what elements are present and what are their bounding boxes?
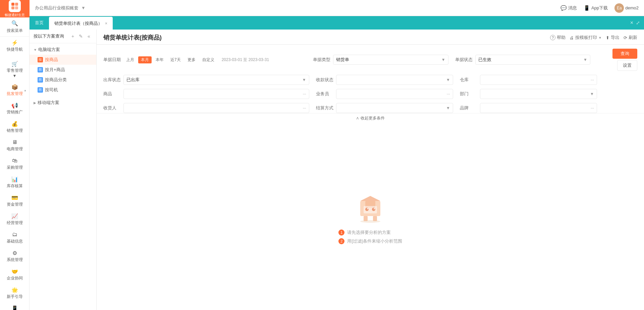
add-scheme-button[interactable]: + (69, 33, 76, 40)
settlement-arrow: ▼ (446, 106, 450, 110)
left-panel-title: 按以下方案查询 (34, 33, 64, 39)
scheme-by-month-product[interactable]: 图 按月+商品 (30, 65, 96, 75)
appstore-icon: 📱 (11, 305, 18, 310)
sidebar-item-ecommerce[interactable]: 🖥 电商管理 (0, 136, 29, 155)
sidebar-item-wholesale[interactable]: 📦 批发管理 (0, 81, 29, 99)
filter-row-4: 收货人 ··· 结算方式 ▼ (103, 103, 637, 113)
department-filter-item: 部门 ▼ (460, 89, 597, 99)
sidebar-item-purchase[interactable]: 🛍 采购管理 (0, 155, 29, 173)
svg-point-13 (360, 220, 380, 223)
product-filter-item: 商品 ··· (103, 89, 309, 99)
topbar-right: 💬 消息 📱 App下载 Ea demo2 (560, 3, 639, 13)
topbar: 办公用品行业模拟账套 ▼ 💬 消息 📱 App下载 Ea demo2 (30, 0, 644, 16)
pc-scheme-group-title[interactable]: ▼ 电脑端方案 (30, 45, 96, 55)
export-button[interactable]: ⬆ 导出 (606, 35, 620, 41)
sidebar-item-operation-label: 经营管理 (7, 220, 23, 226)
mobile-scheme-group-title[interactable]: ▶ 移动端方案 (30, 98, 96, 108)
sidebar-item-system-label: 系统管理 (7, 257, 23, 263)
scheme-by-category-label: 按商品分类 (45, 77, 67, 83)
query-button[interactable]: 查询 (612, 49, 637, 59)
empty-step-2: 2 用[过滤]条件来缩小分析范围 (338, 238, 402, 244)
date-tab-last-month[interactable]: 上月 (123, 56, 137, 63)
warehouse-control[interactable]: ··· (480, 75, 597, 85)
export-label: 导出 (611, 35, 620, 41)
app-logo[interactable]: 畅捷通好生意 (0, 0, 30, 17)
department-control[interactable]: ▼ (480, 89, 597, 99)
sidebar-item-corp-label: 企业协同 (7, 275, 23, 281)
doc-status-value: 已生效 (478, 57, 584, 63)
doc-status-control[interactable]: 已生效 ▼ (475, 55, 590, 65)
scheme-by-month-icon: 图 (38, 67, 43, 72)
scheme-by-month-label: 按月+商品 (45, 67, 65, 73)
doc-type-control[interactable]: 销货单 ▼ (333, 55, 448, 65)
window-close-icon[interactable]: × (630, 20, 633, 26)
page-title: 销货单统计表(按商品) (103, 34, 162, 42)
help-icon: ? (550, 35, 555, 40)
help-button[interactable]: ? 帮助 (550, 35, 566, 41)
collapse-label: ∧ 收起更多条件 (356, 116, 384, 120)
empty-illustration (354, 189, 387, 223)
refresh-button[interactable]: ⟳ 刷新 (624, 35, 637, 41)
settings-button[interactable]: 设置 (617, 60, 637, 71)
scheme-by-product-icon: 按 (38, 57, 43, 62)
product-label: 商品 (103, 91, 123, 97)
sidebar-item-quick-nav[interactable]: ⚡ 快捷导航 (0, 37, 29, 55)
collapse-panel-button[interactable]: « (86, 33, 92, 40)
date-tab-more[interactable]: 更多 (185, 56, 198, 63)
sidebar-item-retail[interactable]: 🛒 零售管理 (0, 58, 29, 81)
settlement-control[interactable]: ▼ (336, 103, 453, 113)
inventory-icon: 📊 (11, 176, 18, 183)
recipient-control[interactable]: ··· (123, 103, 309, 113)
department-label: 部门 (460, 91, 480, 97)
sidebar-item-basic[interactable]: 🗂 基础信息 (0, 228, 29, 247)
app-download-label: App下载 (591, 5, 608, 11)
sidebar-item-appstore[interactable]: 📱 应用中心 (0, 302, 29, 310)
tab-report[interactable]: 销货单统计表（按商品） × (49, 17, 113, 30)
app-download-button[interactable]: 📱 App下载 (584, 5, 608, 11)
scheme-by-cashier[interactable]: 图 按司机 (30, 85, 96, 95)
filter-row-3: 商品 ··· 业务员 ··· (103, 89, 637, 99)
payment-label: 收款状态 (316, 77, 336, 83)
wholesale-icon: 📦 (11, 84, 18, 90)
doc-type-arrow: ▼ (441, 57, 445, 62)
svg-point-9 (367, 208, 368, 209)
product-more: ··· (303, 92, 306, 96)
user-profile[interactable]: Ea demo2 (614, 3, 639, 13)
scheme-by-category[interactable]: 图 按商品分类 (30, 75, 96, 85)
sidebar-item-inventory[interactable]: 📊 库存核算 (0, 173, 29, 192)
quick-nav-label: 快捷导航 (7, 47, 23, 52)
sidebar-item-system[interactable]: ⚙ 系统管理 (0, 247, 29, 265)
date-tabs: 上月 本月 本年 近7天 更多 自定义 (123, 56, 217, 63)
message-icon: 💬 (560, 5, 567, 11)
scheme-by-product[interactable]: 按 按商品 (30, 55, 96, 65)
page-actions: ? 帮助 🖨 按模板打印 ▼ ⬆ 导出 ⟳ 刷新 (550, 35, 637, 41)
date-tab-this-month[interactable]: 本月 (138, 56, 152, 63)
tab-close-icon[interactable]: × (105, 21, 107, 26)
sidebar-item-corp[interactable]: 🤝 企业协同 (0, 265, 29, 284)
edit-scheme-button[interactable]: ✎ (77, 33, 84, 40)
date-tab-custom[interactable]: 自定义 (200, 56, 217, 63)
sidebar-item-marketing[interactable]: 📢 营销推广 (0, 99, 29, 118)
product-control[interactable]: ··· (123, 89, 309, 99)
date-range-value: 2023-03-01 至 2023-03-31 (222, 57, 269, 63)
collapse-bar[interactable]: ∧ 收起更多条件 (97, 113, 644, 123)
salesperson-control[interactable]: ··· (336, 89, 453, 99)
quick-nav-icon: ⚡ (11, 39, 18, 46)
print-template-button[interactable]: 🖨 按模板打印 ▼ (570, 35, 602, 41)
sidebar-item-operation[interactable]: 📈 经营管理 (0, 210, 29, 228)
date-tab-this-year[interactable]: 本年 (153, 56, 166, 63)
recipient-label: 收货人 (103, 105, 123, 111)
payment-control[interactable]: ▼ (336, 75, 453, 85)
message-button[interactable]: 💬 消息 (560, 5, 577, 11)
date-tab-last-7-days[interactable]: 近7天 (168, 56, 183, 63)
sidebar-item-newbie[interactable]: 🌟 新手引导 (0, 284, 29, 302)
window-maximize-icon[interactable]: ⤢ (636, 20, 640, 25)
stock-out-control[interactable]: 已出库 ▼ (123, 75, 309, 85)
sidebar-item-sales[interactable]: 💰 销售管理 (0, 118, 29, 136)
salesperson-label: 业务员 (316, 91, 336, 97)
tab-home[interactable]: 首页 (30, 16, 49, 30)
sidebar-item-retail-label: 零售管理 (7, 68, 23, 73)
brand-control[interactable]: ··· (480, 103, 597, 113)
sidebar-item-finance[interactable]: 💳 资金管理 (0, 192, 29, 210)
topbar-dropdown-icon[interactable]: ▼ (81, 5, 86, 10)
